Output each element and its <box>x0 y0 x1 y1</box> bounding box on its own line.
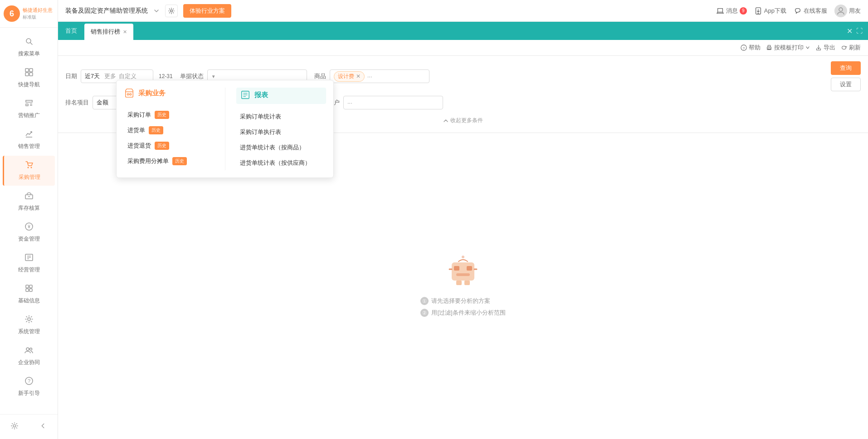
system-title: 装备及固定资产辅助管理系统 <box>65 7 148 15</box>
enterprise-icon <box>24 345 34 357</box>
svg-point-28 <box>13 424 15 427</box>
svg-point-9 <box>28 167 29 168</box>
tab-sales-rank-label: 销售排行榜 <box>91 28 120 36</box>
user-label: 用友 <box>849 7 861 15</box>
sidebar-label-search: 搜索菜单 <box>18 50 40 58</box>
svg-rect-20 <box>29 285 32 288</box>
tab-sales-rank[interactable]: 销售排行榜 ✕ <box>84 24 133 40</box>
sidebar-item-enterprise[interactable]: 企业协同 <box>3 341 55 371</box>
tab-expand-btn[interactable]: ⛶ <box>856 27 863 35</box>
operations-icon <box>24 253 34 264</box>
header-settings-btn[interactable] <box>165 5 178 17</box>
quick-nav-icon <box>24 68 34 79</box>
report-menu-section: 报表 采购订单统计表 采购订单执行表 进货单统计表（按商品） <box>236 88 327 170</box>
stock-return-label: 进货退货 <box>127 142 151 150</box>
svg-line-1 <box>30 43 32 44</box>
tab-bar: 首页 销售排行榜 ✕ ✕ ⛶ <box>58 22 868 40</box>
inventory-icon <box>24 191 34 202</box>
sidebar-item-finance[interactable]: ¥ 资金管理 <box>3 217 55 247</box>
basic-info-icon <box>24 284 34 295</box>
online-service-btn[interactable]: 在线客服 <box>794 7 827 15</box>
messages-btn[interactable]: 消息 9 <box>716 7 747 15</box>
purchase-section-icon <box>124 88 135 99</box>
search-menu-icon <box>24 37 34 48</box>
logo-text-area: 畅捷通好生意 标准版 <box>23 7 53 20</box>
stock-stats-supplier-item[interactable]: 进货单统计表（按供应商） <box>236 156 327 170</box>
logo-icon: 6 <box>4 5 20 22</box>
svg-text:?: ? <box>27 378 30 384</box>
purchase-menu-items: 采购订单 历史 进货单 历史 进货退货 历史 采购费用分摊单 <box>124 108 214 168</box>
svg-point-51 <box>130 94 132 95</box>
sidebar-label-finance: 资金管理 <box>18 235 40 243</box>
menu-divider <box>225 88 225 170</box>
stock-stats-goods-item[interactable]: 进货单统计表（按商品） <box>236 140 327 155</box>
purchase-order-stats-label: 采购订单统计表 <box>240 113 281 121</box>
svg-point-25 <box>29 348 32 350</box>
stock-in-item[interactable]: 进货单 历史 <box>124 123 214 138</box>
user-profile-btn[interactable]: 用友 <box>834 5 861 17</box>
stock-in-badge: 历史 <box>149 126 163 134</box>
system-dropdown[interactable] <box>153 8 160 14</box>
sidebar-item-basic-info[interactable]: 基础信息 <box>3 279 55 309</box>
report-section-title: 报表 <box>236 88 327 104</box>
sidebar-item-system[interactable]: 系统管理 <box>3 310 55 340</box>
sidebar-item-search[interactable]: 搜索菜单 <box>3 32 55 62</box>
stock-stats-goods-label: 进货单统计表（按商品） <box>240 143 305 152</box>
purchase-expense-item[interactable]: 采购费用分摊单 历史 <box>124 154 214 168</box>
tab-close-window-btn[interactable]: ✕ <box>847 27 853 35</box>
app-download-label: App下载 <box>764 7 786 15</box>
purchase-icon <box>25 160 34 172</box>
tab-close-btn[interactable]: ✕ <box>123 29 127 35</box>
tab-home[interactable]: 首页 <box>58 22 84 40</box>
tab-home-label: 首页 <box>65 27 77 35</box>
svg-rect-19 <box>26 285 29 288</box>
svg-rect-5 <box>29 73 33 76</box>
svg-text:¥: ¥ <box>27 224 30 229</box>
app-download-btn[interactable]: App下载 <box>754 7 786 15</box>
sidebar-label-quick-nav: 快捷导航 <box>18 81 40 89</box>
purchase-dropdown-menu: 采购业务 采购订单 历史 进货单 历史 进货退货 历史 <box>116 80 334 178</box>
purchase-order-label: 采购订单 <box>127 111 151 119</box>
sidebar-bottom <box>0 414 58 439</box>
svg-point-24 <box>26 348 29 350</box>
user-avatar <box>834 5 847 17</box>
sidebar-item-inventory[interactable]: 库存核算 <box>3 187 55 217</box>
purchase-section-title: 采购业务 <box>124 88 214 102</box>
tab-window-controls: ✕ ⛶ <box>847 27 868 35</box>
report-section-icon <box>240 89 251 100</box>
sidebar-nav: 搜索菜单 快捷导航 营销推广 销售管理 <box>0 28 58 414</box>
content-area: ? 帮助 按模板打印 导出 刷新 <box>58 40 868 439</box>
purchase-order-item[interactable]: 采购订单 历史 <box>124 108 214 122</box>
sidebar-collapse-btn[interactable] <box>35 420 51 434</box>
svg-rect-22 <box>29 289 32 291</box>
messages-badge: 9 <box>740 7 747 15</box>
system-icon <box>24 315 34 326</box>
purchase-order-exec-item[interactable]: 采购订单执行表 <box>236 125 327 139</box>
online-service-label: 在线客服 <box>804 7 827 15</box>
purchase-order-stats-item[interactable]: 采购订单统计表 <box>236 109 327 124</box>
guide-icon: ? <box>24 376 34 388</box>
sidebar-item-sales[interactable]: 销售管理 <box>3 125 55 155</box>
app-badge: 标准版 <box>23 14 53 20</box>
sidebar-item-guide[interactable]: ? 新手引导 <box>3 372 55 402</box>
report-menu-items: 采购订单统计表 采购订单执行表 进货单统计表（按商品） 进货单统计表（按供应商） <box>236 109 327 170</box>
purchase-menu-section: 采购业务 采购订单 历史 进货单 历史 进货退货 历史 <box>124 88 214 170</box>
industry-solution-btn[interactable]: 体验行业方案 <box>183 4 231 18</box>
messages-label: 消息 <box>726 7 738 15</box>
sidebar-label-operations: 经营管理 <box>18 266 40 274</box>
sidebar-item-quick-nav[interactable]: 快捷导航 <box>3 63 55 93</box>
purchase-expense-badge: 历史 <box>172 157 187 165</box>
sidebar-label-inventory: 库存核算 <box>18 204 40 212</box>
stock-return-item[interactable]: 进货退货 历史 <box>124 138 214 153</box>
header: 装备及固定资产辅助管理系统 体验行业方案 消息 9 App下载 <box>58 0 868 22</box>
purchase-order-exec-label: 采购订单执行表 <box>240 128 281 136</box>
sidebar-label-sales: 销售管理 <box>18 143 40 150</box>
sidebar: 6 畅捷通好生意 标准版 搜索菜单 快捷导航 <box>0 0 58 439</box>
sidebar-item-purchase[interactable]: 采购管理 <box>3 156 55 186</box>
sidebar-settings-btn[interactable] <box>7 420 22 434</box>
svg-rect-21 <box>26 289 29 291</box>
sidebar-item-operations[interactable]: 经营管理 <box>3 248 55 278</box>
sidebar-item-marketing[interactable]: 营销推广 <box>3 94 55 124</box>
sidebar-label-purchase: 采购管理 <box>19 173 40 181</box>
sales-icon <box>24 129 34 141</box>
